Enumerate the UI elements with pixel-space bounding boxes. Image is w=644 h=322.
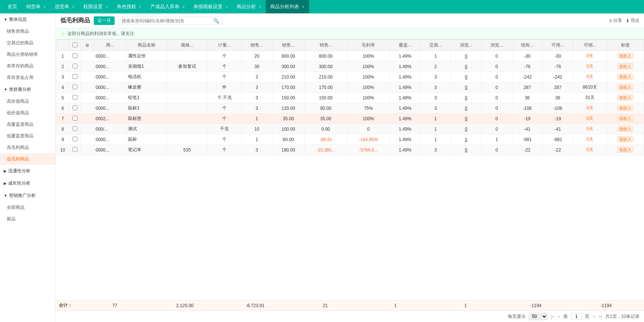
sidebar-item-high-value[interactable]: 高价值商品: [0, 96, 55, 107]
cell-browse1[interactable]: 0: [451, 61, 481, 72]
cell-idx: 1: [56, 51, 70, 61]
time-filter-button[interactable]: 近一月: [94, 16, 115, 25]
cell-name[interactable]: 电话机: [126, 72, 167, 82]
cell-browse1[interactable]: 0: [451, 51, 481, 61]
cell-sales-profit: 210.00: [305, 72, 347, 82]
cell-browse1[interactable]: 0: [451, 72, 481, 82]
row-checkbox[interactable]: [73, 74, 77, 79]
cell-name[interactable]: 鼠标: [126, 134, 167, 145]
search-input[interactable]: [122, 18, 213, 23]
cell-name[interactable]: 鼠标垫: [126, 114, 167, 124]
cell-name[interactable]: 鼠标1: [126, 103, 167, 114]
share-button[interactable]: ⎘ 分享: [609, 17, 622, 24]
cell-name[interactable]: 笔记本: [126, 145, 167, 155]
nav-item-template-settings[interactable]: 单据模板设置 ×: [189, 0, 232, 13]
nav-close-purchase[interactable]: ×: [72, 4, 74, 9]
export-button[interactable]: ⬇ 导出: [626, 17, 640, 24]
last-page-button[interactable]: >|: [598, 314, 602, 319]
cell-browse1[interactable]: 1: [451, 134, 481, 145]
cell-current-stock: -22: [512, 145, 542, 155]
nav-item-sales[interactable]: 销货单 ×: [22, 0, 50, 13]
th-settings[interactable]: ⚙: [81, 40, 94, 51]
row-checkbox[interactable]: [73, 137, 77, 141]
sidebar-item-low-value[interactable]: 低价值商品: [0, 107, 55, 119]
cell-idx: 3: [56, 72, 70, 82]
cell-settings: [81, 134, 94, 145]
first-page-button[interactable]: |<: [551, 314, 555, 319]
row-checkbox[interactable]: [73, 105, 77, 110]
row-checkbox[interactable]: [73, 85, 77, 89]
cell-browse2: 0: [481, 145, 512, 155]
cell-check[interactable]: [70, 82, 81, 93]
sidebar-item-traded-goods[interactable]: 交易过的商品: [0, 37, 55, 49]
cell-tag: 低收入: [607, 93, 644, 103]
sidebar-item-low-coverage[interactable]: 低覆盖度商品: [0, 130, 55, 142]
cell-check[interactable]: [70, 72, 81, 82]
nav-close-product-analysis[interactable]: ×: [259, 4, 261, 9]
row-checkbox[interactable]: [73, 116, 77, 121]
nav-item-product-entry[interactable]: 产成品入库单 ×: [146, 0, 189, 13]
cell-gross-rate: 100%: [347, 114, 390, 124]
nav-item-home[interactable]: 首页: [3, 0, 22, 13]
sidebar-item-new-goods[interactable]: 新品: [0, 213, 55, 225]
nav-item-permissions[interactable]: 权限设置 ×: [79, 0, 112, 13]
page-input[interactable]: [571, 313, 582, 320]
sidebar-item-category-rate[interactable]: 商品分类助销率: [0, 49, 55, 60]
cell-check[interactable]: [70, 51, 81, 61]
cell-browse1[interactable]: 0: [451, 145, 481, 155]
sidebar-item-low-margin[interactable]: 低毛利商品: [0, 153, 55, 165]
sidebar-item-high-coverage[interactable]: 高覆盖度商品: [0, 119, 55, 130]
cell-browse1[interactable]: 0: [451, 124, 481, 134]
cell-browse1[interactable]: 0: [451, 103, 481, 114]
row-checkbox[interactable]: [73, 95, 77, 100]
cell-name[interactable]: 属性定价: [126, 51, 167, 61]
cell-name[interactable]: 测试: [126, 124, 167, 134]
row-checkbox[interactable]: [73, 147, 77, 152]
cell-settings: [81, 61, 94, 72]
nav-close-role-auth[interactable]: ×: [139, 4, 141, 9]
cell-available: -41: [542, 124, 573, 134]
sidebar-item-sales-goods[interactable]: 销售类商品: [0, 26, 55, 37]
nav-close-product-entry[interactable]: ×: [182, 4, 185, 9]
next-page-button[interactable]: >: [592, 314, 595, 319]
nav-item-product-analysis[interactable]: 商品分析 ×: [232, 0, 266, 13]
nav-close-analysis-list[interactable]: ×: [302, 4, 304, 9]
nav-item-purchase[interactable]: 进货单 ×: [50, 0, 79, 13]
cell-check[interactable]: [70, 61, 81, 72]
sidebar-item-all-goods[interactable]: 全部商品: [0, 202, 55, 213]
nav-close-template-settings[interactable]: ×: [225, 4, 228, 9]
sidebar-item-high-margin[interactable]: 高毛利商品: [0, 142, 55, 153]
select-all-checkbox[interactable]: [73, 42, 77, 47]
sidebar-group-overall[interactable]: ▼ 整体信息: [0, 13, 55, 26]
sidebar-group-cluster[interactable]: ▼ 类群量分析: [0, 83, 55, 96]
row-checkbox[interactable]: [73, 64, 77, 68]
page-title: 低毛利商品: [60, 17, 90, 25]
nav-close-sales[interactable]: ×: [44, 4, 46, 9]
nav-item-analysis-list[interactable]: 商品分析列表 ×: [266, 0, 309, 13]
sidebar-item-capital-usage[interactable]: 库存资金占用: [0, 72, 55, 83]
cell-check[interactable]: [70, 114, 81, 124]
cell-check[interactable]: [70, 103, 81, 114]
cell-name[interactable]: 吴细细1: [126, 61, 167, 72]
cell-name[interactable]: 橡皮擦: [126, 82, 167, 93]
nav-item-role-auth[interactable]: 角色授权 ×: [112, 0, 146, 13]
search-icon[interactable]: 🔍: [213, 18, 219, 23]
sidebar-item-in-stock[interactable]: 有库存的商品: [0, 60, 55, 72]
cell-check[interactable]: [70, 93, 81, 103]
cell-name[interactable]: 铅笔1: [126, 93, 167, 103]
cell-browse1[interactable]: 0: [451, 82, 481, 93]
per-page-select[interactable]: 50 100 200: [529, 313, 548, 320]
row-checkbox[interactable]: [73, 126, 77, 131]
cell-browse1[interactable]: 0: [451, 114, 481, 124]
cell-browse1[interactable]: 0: [451, 93, 481, 103]
sidebar-group-growth[interactable]: ▶ 成长性分析: [0, 177, 55, 189]
cell-check[interactable]: [70, 145, 81, 155]
cell-check[interactable]: [70, 134, 81, 145]
row-checkbox[interactable]: [73, 53, 77, 58]
prev-page-button[interactable]: <: [558, 314, 561, 319]
nav-close-permissions[interactable]: ×: [106, 4, 108, 9]
cell-sales-profit: 300.00: [305, 61, 347, 72]
cell-check[interactable]: [70, 124, 81, 134]
sidebar-group-marketing[interactable]: ▼ 营销推广分析: [0, 189, 55, 202]
sidebar-group-circulation[interactable]: ▶ 流通性分析: [0, 165, 55, 177]
